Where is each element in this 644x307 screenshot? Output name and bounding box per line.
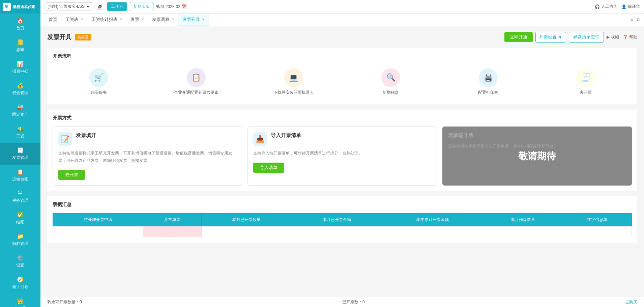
sidebar-item-invoice[interactable]: 🧾 发票管理 [0,143,40,165]
main-area: (勾到) 江西服宝-LSS ▼ 🗐 工作台 切到旧版 账期 2023-02 📅 … [40,0,644,307]
step1-label: 购买服务 [91,90,107,95]
col-month-amount: 本月已开票金额 [292,214,382,226]
method-card-3: 老板端开票 查看老板端小程序提交的开票申请，并作出相应处理和审核。 敬请期待 [442,127,632,186]
sidebar-item-funds[interactable]: 💰 资金管理 [0,78,40,100]
sidebar-item-payroll[interactable]: 💵 工资 [0,121,40,143]
query-button[interactable]: 异常清单查询 [569,32,604,43]
sidebar-item-label: 报表中心 [12,68,28,74]
period-text: 账期 [156,4,164,9]
summary-tbody: -- -- -- -- -- -- -- [53,226,632,237]
method2-icon-area: 📥 导入开票清单 [253,132,431,146]
method1-go-button[interactable]: 去开票 [58,170,85,180]
step2-icon: 📋 [192,73,201,82]
workbench-button[interactable]: 工作台 [107,2,127,11]
tab-kaiju-label: 发票开具 [182,17,200,23]
cell-abnormal[interactable]: -- [143,226,201,237]
reports-icon: 📊 [17,61,24,67]
cell-pending[interactable]: -- [53,226,143,237]
logo-icon: 财 [3,3,11,11]
col-month-count: 本月已开票数量 [201,214,292,226]
arrow2: ··· [242,78,247,85]
help-label[interactable]: 帮助 [629,34,637,40]
sidebar-item-label: 总账 [16,47,24,53]
sidebar-item-settings[interactable]: ⚙️ 设置 [0,251,40,272]
method2-import-button[interactable]: 导入清单 [253,163,284,173]
sidebar-item-archive[interactable]: 📁 归档管理 [0,229,40,251]
view-help-group: ▶ 视频 | ❓ 帮助 [607,34,637,40]
switch-old-button[interactable]: 切到旧版 [130,2,153,11]
tab-restore-button[interactable]: ⧉ [637,17,640,23]
method2-title-wrap: 导入开票清单 [271,132,301,141]
arrow3: ··· [340,78,345,85]
sidebar-item-label: 工资 [16,133,24,139]
sidebar-item-checkout[interactable]: ✅ 结账 [0,207,40,229]
process-step-2[interactable]: 📋 企业开通配置开票六要素 [150,68,242,95]
cell-year-amount: -- [382,226,483,237]
tab-payroll[interactable]: 工资表 ✕ [61,13,87,26]
arrow5: ··· [534,78,539,85]
step5-label: 配置打印机 [478,90,498,95]
process-step-4[interactable]: 🔍 新增税盘 [345,68,437,95]
company-select[interactable]: (勾到) 江西服宝-LSS ▼ [45,2,93,11]
summary-thead: 待处理开票申请 异常单票 本月已开票数量 本月已开票金额 本年累计开票金额 本月… [53,214,632,226]
methods-section: 开票方式 📝 发票填开 支持按照发票样式手工填充开发票；可开具增值税电子普通发票… [47,110,637,191]
user-profile[interactable]: 👤 徐泽华 [621,4,640,9]
tab-payroll-report-label: 工资统计报表 [91,17,118,23]
step4-icon: 🔍 [386,73,396,82]
copy-button[interactable]: 🗐 [96,4,104,10]
tab-fapiao[interactable]: 发票 ✕ [126,13,148,26]
member-icon: 👑 [17,298,24,304]
user-avatar-icon: 👤 [621,4,626,9]
sidebar-item-member[interactable]: 👑 畅会员 [0,294,40,307]
step5-icon: 🖨️ [484,73,493,82]
tab-fapiao-label: 发票 [130,17,139,23]
method1-icon: 📝 [58,132,72,146]
page-header: 发票开具 待开通 立即开通 开票设置 ▼ 异常清单查询 ▶ 视频 | ❓ 帮助 [47,32,637,43]
process-step-6[interactable]: 🧾 去开票 [539,68,632,95]
immediate-open-button[interactable]: 立即开通 [504,32,533,42]
tab-fapiao-close[interactable]: ✕ [141,18,144,21]
funds-icon: 💰 [17,82,24,89]
coming-soon-overlay: 敬请期待 [443,127,632,185]
settings-button[interactable]: 开票设置 ▼ [535,32,566,43]
buy-link[interactable]: 去购买 [625,299,637,305]
status-badge: 待开通 [75,34,91,40]
step2-icon-wrap: 📋 [187,68,206,87]
sidebar-item-home[interactable]: 🏠 首页 [0,13,40,35]
sidebar-item-ledger[interactable]: 📒 总账 [0,35,40,57]
tab-kaiju[interactable]: 发票开具 ✕ [178,13,209,26]
tab-close-all-button[interactable]: ✕ [630,17,634,23]
tabs-bar: 首页 工资表 ✕ 工资统计报表 ✕ 发票 ✕ 发票测算 ✕ 发票开具 ✕ ✕ ⧉ [40,13,644,26]
sidebar-item-tax[interactable]: 🏛 税务管理 [0,186,40,207]
tab-payroll-close[interactable]: ✕ [81,18,83,21]
tab-calc[interactable]: 发票测算 ✕ [148,13,178,26]
cell-red-info: -- [563,226,632,237]
tab-payroll-label: 工资表 [65,17,79,23]
view-label[interactable]: 视频 [611,34,619,40]
service-button[interactable]: 🎧 人工咨询 [595,4,617,9]
sidebar-item-label: 固定资产 [12,112,28,117]
coming-soon-text: 敬请期待 [518,150,556,163]
sidebar-item-purchase[interactable]: 📋 进销台账 [0,165,40,186]
process-step-5[interactable]: 🖨️ 配置打印机 [442,68,534,95]
tab-calc-close[interactable]: ✕ [172,18,174,21]
assets-icon: 🏭 [17,104,24,110]
headset-icon: 🎧 [595,4,600,9]
sidebar-item-guide[interactable]: 🧭 新手引导 [0,272,40,294]
tab-payroll-report[interactable]: 工资统计报表 ✕ [87,13,126,26]
sidebar-item-label: 设置 [16,262,24,268]
step4-label: 新增税盘 [383,90,399,95]
step4-icon-wrap: 🔍 [381,68,400,87]
sidebar-item-reports[interactable]: 📊 报表中心 [0,57,40,78]
col-red-info: 红字信息单 [563,214,632,226]
process-step-1[interactable]: 🛒 购买服务 [53,68,145,95]
tab-payroll-report-close[interactable]: ✕ [120,18,122,21]
step3-icon-wrap: 💻 [284,68,303,87]
tab-home[interactable]: 首页 [45,13,61,26]
process-step-3[interactable]: 💻 下载并安装开票机器人 [247,68,340,95]
logo-text: 畅捷通易代账 [13,4,35,9]
tab-kaiju-close[interactable]: ✕ [202,18,205,21]
sidebar-item-assets[interactable]: 🏭 固定资产 [0,100,40,121]
process-section: 开票流程 🛒 购买服务 ··· 📋 企业开通配置开票六要素 ··· [47,48,637,104]
calendar-icon[interactable]: 📅 [182,4,187,9]
